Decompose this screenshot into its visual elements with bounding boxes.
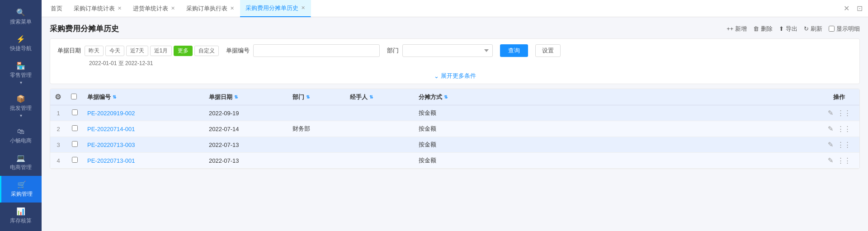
filter-settings-button[interactable]: 设置 xyxy=(535,44,561,57)
more-date-btn[interactable]: 更多 xyxy=(174,46,193,56)
doc-no-link-1[interactable]: PE-20220714-001 xyxy=(87,126,135,132)
sidebar-item-ecom-small[interactable]: 🛍 小畅电商 xyxy=(0,123,42,149)
sidebar: 🔍 搜索菜单 ⚡ 快捷导航 🏪 零售管理 ▾ 📦 批发管理 ▾ 🛍 小畅电商 💻… xyxy=(0,0,42,231)
row-checkbox-0 xyxy=(66,105,83,121)
row-split-method-3: 按金额 xyxy=(414,153,819,169)
row-split-method-2: 按金额 xyxy=(414,137,819,153)
edit-icon-0[interactable]: ✎ xyxy=(828,109,834,117)
tab-purchase-order-stat[interactable]: 采购订单统计表 ✕ xyxy=(68,0,127,17)
doc-no-link-2[interactable]: PE-20220713-003 xyxy=(87,141,135,148)
col-doc-no[interactable]: 单据编号 ⇅ xyxy=(83,89,204,105)
more-ops-icon-2[interactable]: ⋮⋮ xyxy=(837,141,851,149)
row-select-1[interactable] xyxy=(72,125,78,131)
tab-close-purchase-order-exec[interactable]: ✕ xyxy=(230,5,234,11)
show-cols-checkbox-label[interactable]: 显示明细 xyxy=(829,25,860,33)
dept-sort[interactable]: 部门 ⇅ xyxy=(292,93,310,101)
delete-icon: 🗑 xyxy=(753,25,759,32)
table-settings-icon[interactable]: ⚙ xyxy=(55,93,61,101)
split-method-sort[interactable]: 分摊方式 ⇅ xyxy=(419,93,448,101)
tab-purchase-order-exec[interactable]: 采购订单执行表 ✕ xyxy=(181,0,240,17)
doc-no-sort[interactable]: 单据编号 ⇅ xyxy=(87,93,116,101)
edit-icon-1[interactable]: ✎ xyxy=(828,125,834,133)
more-ops-icon-0[interactable]: ⋮⋮ xyxy=(837,109,851,117)
expand-more-btn[interactable]: ⌄ 展开更多条件 xyxy=(434,72,476,80)
row-ops-3: ✎ ⋮⋮ xyxy=(819,153,859,169)
search-icon: 🔍 xyxy=(2,8,40,17)
col-settings: ⚙ xyxy=(50,89,66,105)
close-window-icon[interactable]: ✕ xyxy=(842,3,851,14)
header-actions: + + 新增 🗑 删除 ⬆ 导出 ↻ 刷新 显示明细 xyxy=(726,25,860,33)
sidebar-item-finance[interactable]: 💰 资金管理 xyxy=(0,229,42,231)
doc-no-input[interactable] xyxy=(253,44,380,57)
search-button[interactable]: 查询 xyxy=(500,44,528,57)
more-ops-icon-1[interactable]: ⋮⋮ xyxy=(837,125,851,133)
row-num-3: 4 xyxy=(50,153,66,169)
inventory-icon: 📊 xyxy=(2,207,40,216)
edit-icon-3[interactable]: ✎ xyxy=(828,156,834,165)
delete-button[interactable]: 🗑 删除 xyxy=(753,25,773,33)
page-title: 采购费用分摊单历史 xyxy=(50,24,119,34)
dept-filter: 部门 xyxy=(387,44,493,57)
sidebar-item-ecom[interactable]: 💻 电商管理 xyxy=(0,149,42,176)
tab-home[interactable]: 首页 xyxy=(45,0,68,17)
sidebar-item-wholesale[interactable]: 📦 批发管理 ▾ xyxy=(0,90,42,123)
row-doc-date-2: 2022-07-13 xyxy=(204,137,288,153)
row-doc-no-2: PE-20220713-003 xyxy=(83,137,204,153)
ecom-small-icon: 🛍 xyxy=(2,127,40,136)
restore-window-icon[interactable]: ⊡ xyxy=(855,3,864,14)
select-all-checkbox[interactable] xyxy=(71,94,77,99)
sidebar-item-inventory[interactable]: 📊 库存核算 xyxy=(0,203,42,229)
row-select-2[interactable] xyxy=(72,141,78,147)
col-dept[interactable]: 部门 ⇅ xyxy=(288,89,345,105)
tab-close-purchase-fee-split[interactable]: ✕ xyxy=(301,5,305,11)
col-handler[interactable]: 经手人 ⇅ xyxy=(345,89,414,105)
row-select-3[interactable] xyxy=(72,157,78,163)
row-dept-3 xyxy=(288,153,345,169)
yesterday-btn[interactable]: 昨天 xyxy=(85,46,104,56)
sort-icon-split-method: ⇅ xyxy=(444,94,448,99)
edit-icon-2[interactable]: ✎ xyxy=(828,141,834,149)
export-icon: ⬆ xyxy=(779,25,784,32)
tab-close-purchase-order-stat[interactable]: ✕ xyxy=(118,5,122,11)
tab-purchase-stock-stat[interactable]: 进货单统计表 ✕ xyxy=(127,0,181,17)
doc-no-link-0[interactable]: PE-20220919-002 xyxy=(87,110,135,117)
add-button[interactable]: + + 新增 xyxy=(726,25,747,33)
row-select-0[interactable] xyxy=(72,109,78,115)
sidebar-item-retail[interactable]: 🏪 零售管理 ▾ xyxy=(0,57,42,90)
dept-select[interactable] xyxy=(402,44,493,57)
row-checkbox-2 xyxy=(66,137,83,153)
sidebar-item-search[interactable]: 🔍 搜索菜单 xyxy=(0,4,42,30)
doc-no-filter: 单据编号 xyxy=(226,44,380,57)
dept-label: 部门 xyxy=(387,47,399,55)
table-row: 3 PE-20220713-003 2022-07-13 按金额 ✎ ⋮⋮ xyxy=(50,137,859,153)
sidebar-item-quick-nav[interactable]: ⚡ 快捷导航 xyxy=(0,30,42,57)
col-doc-date[interactable]: 单据日期 ⇅ xyxy=(204,89,288,105)
wholesale-icon: 📦 xyxy=(2,94,40,103)
row-split-method-1: 按金额 xyxy=(414,121,819,137)
last1month-btn[interactable]: 近1月 xyxy=(150,46,172,56)
sidebar-item-purchase[interactable]: 🛒 采购管理 xyxy=(0,176,42,203)
refresh-icon: ↻ xyxy=(804,25,809,32)
page-content: 采购费用分摊单历史 + + 新增 🗑 删除 ⬆ 导出 ↻ 刷新 xyxy=(42,17,868,231)
doc-no-link-3[interactable]: PE-20220713-001 xyxy=(87,157,135,164)
doc-date-sort[interactable]: 单据日期 ⇅ xyxy=(209,93,238,101)
export-button[interactable]: ⬆ 导出 xyxy=(779,25,797,33)
refresh-button[interactable]: ↻ 刷新 xyxy=(804,25,822,33)
last7days-btn[interactable]: 近7天 xyxy=(126,46,148,56)
show-cols-checkbox[interactable] xyxy=(829,26,835,32)
table-row: 2 PE-20220714-001 2022-07-14 财务部 按金额 ✎ ⋮… xyxy=(50,121,859,137)
col-split-method[interactable]: 分摊方式 ⇅ xyxy=(414,89,819,105)
custom-date-btn[interactable]: 自定义 xyxy=(194,46,219,56)
row-doc-no-1: PE-20220714-001 xyxy=(83,121,204,137)
tab-purchase-fee-split[interactable]: 采购费用分摊单历史 ✕ xyxy=(240,0,311,17)
table-row: 1 PE-20220919-002 2022-09-19 按金额 ✎ ⋮⋮ xyxy=(50,105,859,121)
today-btn[interactable]: 今天 xyxy=(105,46,124,56)
chevron-down-icon: ⌄ xyxy=(434,73,439,80)
more-ops-icon-3[interactable]: ⋮⋮ xyxy=(837,156,851,165)
table-row: 4 PE-20220713-001 2022-07-13 按金额 ✎ ⋮⋮ xyxy=(50,153,859,169)
ecom-icon: 💻 xyxy=(2,154,40,162)
tab-bar: 首页 采购订单统计表 ✕ 进货单统计表 ✕ 采购订单执行表 ✕ 采购费用分摊单历… xyxy=(42,0,868,17)
handler-sort[interactable]: 经手人 ⇅ xyxy=(350,93,373,101)
add-icon: + xyxy=(726,25,730,32)
tab-close-purchase-stock-stat[interactable]: ✕ xyxy=(171,5,175,11)
